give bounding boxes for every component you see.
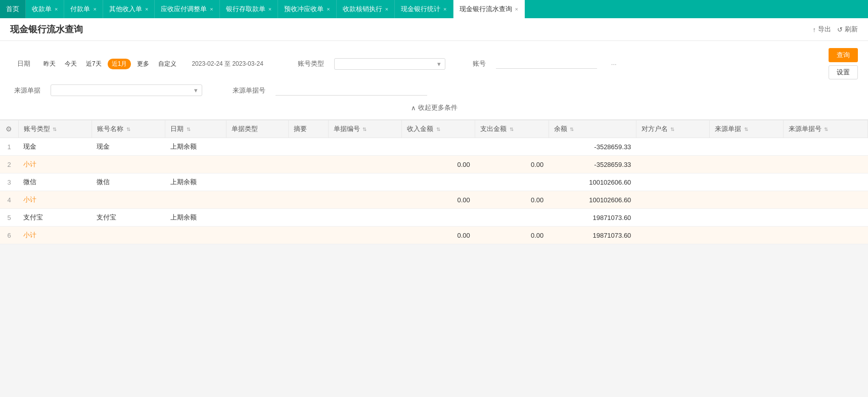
row-num-cell: 3 bbox=[0, 173, 18, 191]
nav-bank-deposit-label: 银行存取款单 bbox=[226, 5, 265, 14]
source-doc-cell bbox=[710, 209, 783, 227]
col-source-doc-no[interactable]: 来源单据号 ⇅ bbox=[783, 120, 867, 138]
account-type-select[interactable]: ▾ bbox=[334, 58, 445, 70]
subtotal-label: 小计 bbox=[23, 160, 36, 168]
col-settings[interactable]: ⚙ bbox=[0, 120, 18, 138]
table-row: 4小计0.000.00100102606.60 bbox=[0, 191, 868, 209]
date-option-today[interactable]: 今天 bbox=[62, 59, 80, 69]
collapse-up-icon: ∧ bbox=[411, 104, 416, 112]
counterpart-cell bbox=[636, 138, 709, 156]
counterpart-cell bbox=[636, 191, 709, 209]
sort-icon-doc-no: ⇅ bbox=[362, 126, 367, 132]
date-cell bbox=[165, 191, 226, 209]
refresh-button[interactable]: ↺ 刷新 bbox=[837, 25, 858, 34]
nav-cash-bank-stats-label: 现金银行统计 bbox=[401, 5, 440, 14]
date-range-display: 2023-02-24 至 2023-03-24 bbox=[192, 60, 263, 68]
doc-type-cell bbox=[226, 138, 289, 156]
nav-payment[interactable]: 付款单 × bbox=[64, 0, 103, 18]
nav-payment-close[interactable]: × bbox=[93, 6, 96, 12]
source-doc-cell bbox=[710, 138, 783, 156]
account-type-cell: 现金 bbox=[18, 138, 92, 156]
balance-cell: -3528659.33 bbox=[549, 138, 636, 156]
date-cell: 上期余额 bbox=[165, 209, 226, 227]
subtotal-label: 小计 bbox=[23, 231, 36, 239]
col-counterpart[interactable]: 对方户名 ⇅ bbox=[636, 120, 709, 138]
source-doc-no-cell bbox=[783, 156, 867, 173]
account-no-input-wrapper bbox=[496, 59, 597, 69]
account-type-cell: 小计 bbox=[18, 156, 92, 173]
expense-cell: 0.00 bbox=[475, 156, 549, 173]
col-doc-no[interactable]: 单据编号 ⇅ bbox=[328, 120, 401, 138]
col-source-doc[interactable]: 来源单据 ⇅ bbox=[710, 120, 783, 138]
nav-ar-ap-adjust[interactable]: 应收应付调整单 × bbox=[155, 0, 219, 18]
table-row: 2小计0.000.00-3528659.33 bbox=[0, 156, 868, 173]
col-income[interactable]: 收入金额 ⇅ bbox=[401, 120, 475, 138]
action-buttons: 查询 设置 bbox=[829, 48, 858, 79]
col-balance[interactable]: 余额 ⇅ bbox=[549, 120, 636, 138]
doc-type-cell bbox=[226, 173, 289, 191]
nav-other-income[interactable]: 其他收入单 × bbox=[103, 0, 155, 18]
query-button[interactable]: 查询 bbox=[829, 48, 858, 62]
income-cell bbox=[401, 209, 475, 227]
nav-ar-ap-adjust-close[interactable]: × bbox=[210, 6, 213, 12]
source-doc-no-cell bbox=[783, 138, 867, 156]
nav-bank-deposit-close[interactable]: × bbox=[268, 6, 271, 12]
table-row: 1现金现金上期余额-3528659.33 bbox=[0, 138, 868, 156]
expense-cell: 0.00 bbox=[475, 191, 549, 209]
export-button[interactable]: ↑ 导出 bbox=[813, 25, 832, 34]
nav-cash-bank-stats-close[interactable]: × bbox=[443, 6, 446, 12]
account-no-input[interactable] bbox=[498, 60, 595, 67]
col-expense[interactable]: 支出金额 ⇅ bbox=[475, 120, 549, 138]
collapse-filter-button[interactable]: ∧ 收起更多条件 bbox=[10, 101, 858, 114]
balance-cell: 19871073.60 bbox=[549, 209, 636, 227]
table-row: 5支付宝支付宝上期余额19871073.60 bbox=[0, 209, 868, 227]
refresh-label: 刷新 bbox=[845, 25, 858, 34]
nav-cash-bank-flow-close[interactable]: × bbox=[515, 6, 518, 12]
table-row: 6小计0.000.0019871073.60 bbox=[0, 227, 868, 244]
source-doc-no-label: 来源单据号 bbox=[233, 86, 265, 95]
nav-receipt-close[interactable]: × bbox=[55, 6, 58, 12]
nav-bank-deposit[interactable]: 银行存取款单 × bbox=[220, 0, 278, 18]
account-name-cell: 现金 bbox=[92, 138, 165, 156]
income-cell: 0.00 bbox=[401, 156, 475, 173]
settings-gear-icon[interactable]: ⚙ bbox=[6, 125, 12, 133]
col-account-type[interactable]: 账号类型 ⇅ bbox=[18, 120, 92, 138]
nav-home[interactable]: 首页 bbox=[0, 0, 26, 18]
source-doc-select[interactable]: ▾ bbox=[51, 84, 202, 96]
doc-no-cell bbox=[328, 227, 401, 244]
date-filter-label: 日期 bbox=[10, 59, 30, 68]
col-account-name[interactable]: 账号名称 ⇅ bbox=[92, 120, 165, 138]
account-no-label: 账号 bbox=[471, 59, 486, 68]
table-body: 1现金现金上期余额-3528659.332小计0.000.00-3528659.… bbox=[0, 138, 868, 244]
account-type-cell: 支付宝 bbox=[18, 209, 92, 227]
source-doc-no-input-wrapper bbox=[276, 85, 427, 96]
date-option-7days[interactable]: 近7天 bbox=[83, 59, 105, 69]
date-option-1month[interactable]: 近1月 bbox=[108, 59, 131, 69]
account-dots-icon[interactable]: ··· bbox=[611, 60, 617, 68]
date-option-custom[interactable]: 自定义 bbox=[155, 59, 179, 69]
doc-no-cell bbox=[328, 173, 401, 191]
filter-section: 日期 昨天 今天 近7天 近1月 更多 自定义 2023-02-24 至 202… bbox=[0, 41, 868, 120]
export-label: 导出 bbox=[818, 25, 831, 34]
nav-cash-bank-flow[interactable]: 现金银行流水查询 × bbox=[453, 0, 525, 18]
source-doc-no-input[interactable] bbox=[278, 86, 425, 94]
account-name-cell bbox=[92, 191, 165, 209]
nav-advance-receipt-close[interactable]: × bbox=[327, 6, 330, 12]
sort-icon-source-doc-no: ⇅ bbox=[824, 126, 828, 132]
nav-receipt[interactable]: 收款单 × bbox=[26, 0, 64, 18]
nav-advance-receipt[interactable]: 预收冲应收单 × bbox=[278, 0, 336, 18]
nav-collection-exec-close[interactable]: × bbox=[385, 6, 388, 12]
nav-cash-bank-stats[interactable]: 现金银行统计 × bbox=[395, 0, 453, 18]
expense-cell bbox=[475, 209, 549, 227]
date-option-more[interactable]: 更多 bbox=[134, 59, 152, 69]
summary-cell bbox=[288, 156, 328, 173]
settings-button[interactable]: 设置 bbox=[829, 65, 858, 79]
col-date[interactable]: 日期 ⇅ bbox=[165, 120, 226, 138]
export-icon: ↑ bbox=[813, 26, 816, 33]
date-option-yesterday[interactable]: 昨天 bbox=[40, 59, 59, 69]
account-name-cell: 微信 bbox=[92, 173, 165, 191]
source-doc-no-cell bbox=[783, 191, 867, 209]
nav-other-income-close[interactable]: × bbox=[145, 6, 148, 12]
nav-collection-exec[interactable]: 收款核销执行 × bbox=[337, 0, 395, 18]
summary-cell bbox=[288, 138, 328, 156]
